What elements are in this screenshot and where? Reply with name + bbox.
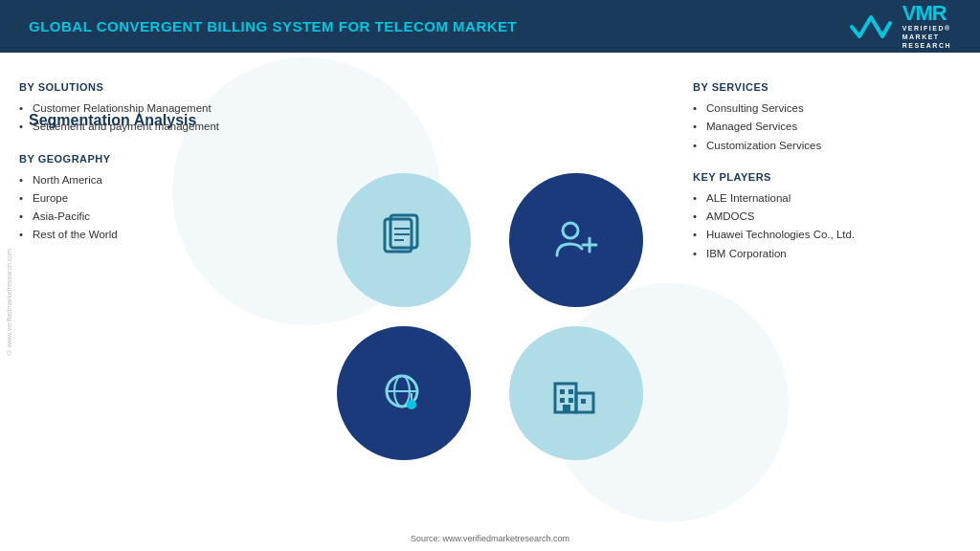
vmr-line3: RESEARCH [902, 41, 951, 50]
solutions-heading: BY SOLUTIONS [19, 81, 287, 93]
header: GLOBAL CONVERGENT BILLING SYSTEM FOR TEL… [0, 0, 980, 53]
quadrant-top-right [509, 173, 643, 307]
billing-icon [375, 211, 433, 269]
content-area: Segmentation Analysis BY SOLUTIONS Custo… [0, 53, 980, 551]
vmr-line1: VERIFIED® [902, 24, 951, 33]
vmr-initials: VMR [902, 3, 947, 24]
svg-rect-18 [568, 398, 573, 403]
right-column: BY SERVICES Consulting Services Managed … [693, 81, 961, 279]
geo-item-1: North America [19, 172, 287, 188]
globe-icon [375, 364, 433, 422]
service-item-1: Consulting Services [693, 100, 961, 117]
vmr-logo-icon [850, 10, 893, 43]
svg-point-11 [407, 400, 416, 409]
geography-list: North America Europe Asia-Pacific Rest o… [19, 172, 287, 244]
services-list: Consulting Services Managed Services Cus… [693, 100, 961, 154]
quadrant-bottom-right [509, 326, 643, 460]
geography-heading: BY GEOGRAPHY [19, 153, 287, 165]
page: GLOBAL CONVERGENT BILLING SYSTEM FOR TEL… [0, 0, 980, 551]
user-add-icon [547, 211, 605, 269]
left-column: BY SOLUTIONS Customer Relationship Manag… [19, 81, 287, 261]
geo-item-2: Europe [19, 190, 287, 207]
service-item-3: Customization Services [693, 138, 961, 154]
center-diagram [337, 173, 643, 460]
svg-point-5 [563, 223, 578, 238]
svg-rect-15 [560, 389, 565, 394]
svg-rect-19 [581, 399, 586, 404]
page-title: GLOBAL CONVERGENT BILLING SYSTEM FOR TEL… [29, 18, 517, 34]
vmr-line2: MARKET [902, 33, 940, 41]
logo-area: VMR VERIFIED® MARKET RESEARCH [850, 3, 951, 50]
svg-rect-16 [568, 389, 573, 394]
services-heading: BY SERVICES [693, 81, 961, 93]
source-text: Source: www.verifiedmarketresearch.com [411, 534, 569, 543]
player-item-2: AMDOCS [693, 209, 961, 225]
service-item-2: Managed Services [693, 119, 961, 135]
subtitle: Segmentation Analysis [29, 112, 196, 129]
watermark: © www.verifiedmarketresearch.com [6, 248, 12, 355]
player-item-1: ALE International [693, 190, 961, 207]
building-icon [547, 364, 605, 422]
players-list: ALE International AMDOCS Huawei Technolo… [693, 190, 961, 262]
geo-item-4: Rest of the World [19, 227, 287, 243]
svg-rect-17 [560, 398, 565, 403]
svg-rect-20 [563, 405, 570, 412]
quadrant-top-left [337, 173, 471, 307]
quadrant-bottom-left [337, 326, 471, 460]
geo-item-3: Asia-Pacific [19, 209, 287, 225]
player-item-4: IBM Corporation [693, 246, 961, 262]
players-heading: KEY PLAYERS [693, 171, 961, 183]
player-item-3: Huawei Technologies Co., Ltd. [693, 227, 961, 243]
vmr-logo-text: VMR VERIFIED® MARKET RESEARCH [902, 3, 951, 50]
